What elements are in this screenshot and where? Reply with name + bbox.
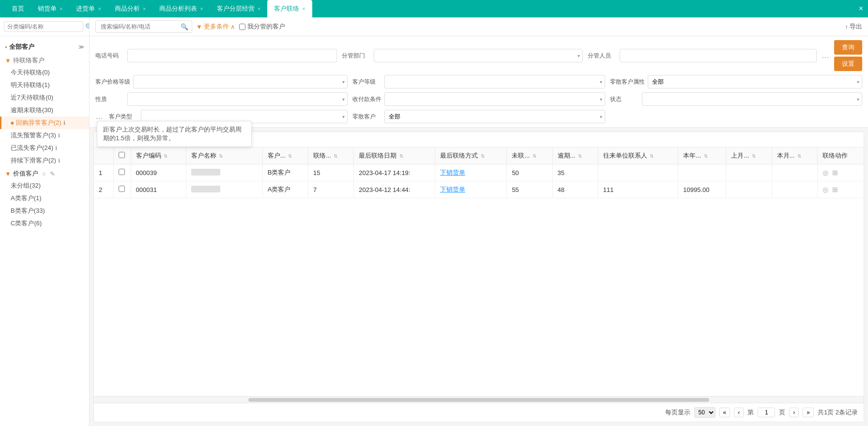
first-page-button[interactable]: « bbox=[719, 408, 731, 417]
sidebar-item-today[interactable]: 今天待联络(0) bbox=[0, 66, 89, 79]
sidebar-search-input[interactable] bbox=[4, 21, 83, 32]
info-icon-churned[interactable]: ℹ bbox=[55, 145, 57, 151]
customer-type-more-icon[interactable]: … bbox=[95, 112, 103, 121]
page-number-input[interactable] bbox=[758, 408, 775, 417]
sidebar-item-overdue[interactable]: 逾期未联络(30) bbox=[0, 104, 89, 117]
more-conditions-button[interactable]: ▼ 更多条件 ∧ bbox=[196, 22, 235, 31]
nav-tab-purchase[interactable]: 进货单 × bbox=[69, 0, 107, 17]
dept-select[interactable] bbox=[374, 49, 583, 62]
main-layout: 🔍 ▪ 全部客户 ≫ ▼ 待联络客户 今天待联络(0) 明天待联络(1) 近7天… bbox=[0, 17, 868, 426]
filter-search-input[interactable] bbox=[95, 20, 192, 33]
col-contact-sort-icon[interactable]: ⇅ bbox=[334, 153, 337, 159]
col-this-year-sort-icon[interactable]: ⇅ bbox=[704, 153, 708, 159]
nav-tab-customer-segment-close[interactable]: × bbox=[258, 6, 260, 12]
nav-tab-home[interactable]: 首页 bbox=[5, 0, 31, 17]
next-page-button[interactable]: › bbox=[789, 408, 799, 417]
prev-page-button[interactable]: ‹ bbox=[734, 408, 744, 417]
scrollbar-thumb[interactable] bbox=[248, 398, 709, 402]
row1-last-contact-method-link[interactable]: 下销货单 bbox=[440, 169, 465, 176]
gender-select[interactable] bbox=[127, 92, 348, 106]
customer-grade-select[interactable] bbox=[384, 75, 605, 88]
row1-view-icon[interactable]: ◎ bbox=[822, 169, 828, 176]
manager-more-icon[interactable]: … bbox=[822, 51, 829, 60]
table-row: 1 000039 B类客户 15 2023-04-17 14:19: bbox=[94, 164, 864, 181]
row2-checkbox[interactable] bbox=[119, 186, 125, 192]
table-scroll[interactable]: 客户编码 ⇅ 客户名称 ⇅ 客户... ⇅ bbox=[94, 147, 864, 396]
customer-grade-select-wrap: ▾ bbox=[384, 75, 605, 88]
col-last-month-sort-icon[interactable]: ⇅ bbox=[752, 153, 756, 159]
retail-customer-select[interactable]: 全部 bbox=[384, 110, 605, 123]
query-button[interactable]: 查询 bbox=[834, 40, 862, 55]
row2-more-icon[interactable]: ⊞ bbox=[832, 186, 838, 193]
sidebar-item-tomorrow[interactable]: 明天待联络(1) bbox=[0, 79, 89, 91]
row2-last-contact-method[interactable]: 下销货单 bbox=[435, 181, 506, 198]
nav-tab-product-analysis-list-close[interactable]: × bbox=[200, 6, 203, 12]
price-grade-select[interactable] bbox=[133, 75, 348, 88]
row1-last-contact-method[interactable]: 下销货单 bbox=[435, 164, 506, 181]
col-overdue-sort-icon[interactable]: ⇅ bbox=[578, 153, 582, 159]
settings-button[interactable]: 设置 bbox=[834, 57, 862, 71]
last-page-button[interactable]: » bbox=[803, 408, 814, 417]
col-this-month-label: 本月... bbox=[777, 152, 795, 159]
sidebar-group-pending[interactable]: ▼ 待联络客户 bbox=[0, 54, 89, 66]
my-customers-checkbox[interactable] bbox=[239, 24, 245, 30]
nav-tab-customer-segment-label: 客户分层经营 bbox=[217, 4, 255, 13]
sidebar-item-c-class[interactable]: C类客户(6) bbox=[0, 217, 89, 230]
nav-tab-sales-close[interactable]: × bbox=[60, 6, 62, 12]
sidebar-item-repurchase-anomaly[interactable]: ■ 回购异常客户(2) ℹ bbox=[0, 117, 89, 129]
horizontal-scrollbar[interactable] bbox=[94, 396, 864, 403]
col-customer-type-sort-icon[interactable]: ⇅ bbox=[288, 153, 292, 159]
row2-checkbox-cell bbox=[113, 181, 131, 198]
sidebar-item-b-class[interactable]: B类客户(33) bbox=[0, 205, 89, 217]
sidebar-search-icon[interactable]: 🔍 bbox=[85, 23, 90, 30]
col-code-sort-icon[interactable]: ⇅ bbox=[164, 153, 168, 159]
col-unread-sort-icon[interactable]: ⇅ bbox=[533, 153, 536, 159]
my-customers-checkbox-label[interactable]: 我分管的客户 bbox=[239, 22, 285, 31]
window-close-button[interactable]: × bbox=[859, 4, 863, 13]
nav-tab-customer-segment[interactable]: 客户分层经营 × bbox=[210, 0, 267, 17]
info-icon-repurchase[interactable]: ℹ bbox=[63, 120, 65, 126]
filter-search-icon[interactable]: 🔍 bbox=[181, 23, 188, 30]
col-this-month-sort-icon[interactable]: ⇅ bbox=[797, 153, 801, 159]
col-last-contact-method-sort-icon[interactable]: ⇅ bbox=[481, 153, 485, 159]
sidebar-all-customers[interactable]: ▪ 全部客户 ≫ bbox=[0, 40, 89, 54]
status-select[interactable] bbox=[642, 92, 862, 106]
col-contact-person-sort-icon[interactable]: ⇅ bbox=[650, 153, 654, 159]
select-all-checkbox[interactable] bbox=[119, 152, 125, 158]
col-name-sort-icon[interactable]: ⇅ bbox=[219, 153, 223, 159]
nav-tab-purchase-close[interactable]: × bbox=[98, 6, 101, 12]
row1-contact-person bbox=[598, 164, 678, 181]
sidebar-value-group-settings-icon[interactable]: ✎ bbox=[50, 170, 55, 177]
nav-tab-product-analysis[interactable]: 商品分析 × bbox=[108, 0, 152, 17]
row1-checkbox[interactable] bbox=[119, 169, 125, 175]
row2-view-icon[interactable]: ◎ bbox=[822, 186, 828, 193]
tooltip-text: 距客户上次交易时长，超过了此客户的平均交易周期的1.5倍，则视为异常。 bbox=[103, 126, 242, 142]
export-button[interactable]: ↑ 导出 bbox=[845, 22, 863, 31]
payment-select[interactable] bbox=[384, 92, 605, 106]
col-last-contact-date-sort-icon[interactable]: ⇅ bbox=[399, 153, 403, 159]
retail-attr-select[interactable]: 全部 bbox=[648, 75, 862, 88]
sidebar-item-churned[interactable]: 已流失客户(24) ℹ bbox=[0, 142, 89, 154]
sidebar-item-a-class[interactable]: A类客户(1) bbox=[0, 192, 89, 205]
row1-this-month bbox=[772, 164, 817, 181]
nav-tab-product-analysis-close[interactable]: × bbox=[143, 6, 146, 12]
sidebar-item-ungrouped[interactable]: 未分组(32) bbox=[0, 179, 89, 192]
export-label: 导出 bbox=[850, 22, 862, 31]
nav-tab-customer-contact-close[interactable]: × bbox=[302, 6, 305, 12]
sidebar-item-churn-warning[interactable]: 流失预警客户(3) ℹ bbox=[0, 129, 89, 142]
sidebar-value-group-edit-icon[interactable]: ○ bbox=[42, 170, 46, 177]
phone-input[interactable] bbox=[127, 49, 337, 62]
info-icon-churn-warning[interactable]: ℹ bbox=[58, 132, 60, 139]
info-icon-declining[interactable]: ℹ bbox=[58, 158, 60, 164]
sidebar-value-group-header[interactable]: ▼ 价值客户 ○ ✎ bbox=[0, 167, 89, 179]
sidebar-item-7days[interactable]: 近7天待联络(0) bbox=[0, 91, 89, 104]
sidebar-item-declining[interactable]: 持续下滑客户(2) ℹ bbox=[0, 154, 89, 167]
row1-more-icon[interactable]: ⊞ bbox=[832, 169, 838, 176]
manager-input[interactable] bbox=[620, 49, 817, 62]
nav-tab-product-analysis-list[interactable]: 商品分析列表 × bbox=[152, 0, 210, 17]
nav-tab-customer-contact[interactable]: 客户联络 × bbox=[267, 0, 312, 17]
sidebar: 🔍 ▪ 全部客户 ≫ ▼ 待联络客户 今天待联络(0) 明天待联络(1) 近7天… bbox=[0, 17, 90, 426]
row2-last-contact-method-link[interactable]: 下销货单 bbox=[440, 186, 465, 193]
per-page-select[interactable]: 50 bbox=[694, 407, 716, 418]
nav-tab-sales[interactable]: 销货单 × bbox=[31, 0, 69, 17]
